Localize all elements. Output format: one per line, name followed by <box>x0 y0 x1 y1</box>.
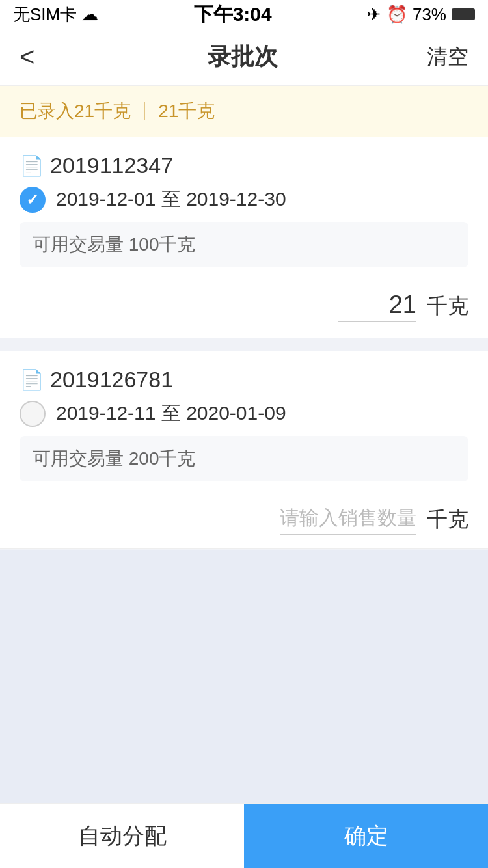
section-sep-1 <box>0 341 488 351</box>
batch-1-quantity-row: 21 千克 <box>0 280 488 335</box>
clear-button[interactable]: 清空 <box>427 43 468 72</box>
batch-2-unit: 千克 <box>427 506 468 534</box>
status-left: 无SIM卡 ☁ <box>13 3 98 26</box>
batch-2-header: 📄 2019126781 <box>20 367 468 392</box>
batch-2-date-row: 2019-12-11 至 2020-01-09 <box>20 400 468 427</box>
battery-icon <box>452 8 475 20</box>
batch-2-input-placeholder[interactable]: 请输入销售数量 <box>280 507 416 528</box>
battery-label: 73% <box>413 5 446 25</box>
auto-distribute-button[interactable]: 自动分配 <box>0 804 244 868</box>
batch-1-quantity-value[interactable]: 21 <box>389 291 416 318</box>
batch-1-availability: 可用交易量 100千克 <box>20 222 468 267</box>
page-title: 录批次 <box>208 41 278 73</box>
batch-item-2-inner: 📄 2019126781 2019-12-11 至 2020-01-09 可用交… <box>0 351 488 495</box>
gray-area <box>0 550 488 823</box>
status-bar: 无SIM卡 ☁ 下午3:04 ✈ ⏰ 73% <box>0 0 488 29</box>
alarm-icon: ⏰ <box>386 5 407 25</box>
no-sim-label: 无SIM卡 ☁ <box>13 3 98 26</box>
confirm-button[interactable]: 确定 <box>244 804 488 868</box>
summary-banner: 已录入21千克 21千克 <box>0 86 488 137</box>
separator-1 <box>20 338 468 338</box>
doc-icon-2: 📄 <box>20 368 44 391</box>
batch-2-id: 2019126781 <box>50 367 173 392</box>
batch-1-id: 2019112347 <box>50 153 173 178</box>
batch-item-1: 📄 2019112347 2019-12-01 至 2019-12-30 可用交… <box>0 137 488 338</box>
summary-value: 21千克 <box>158 99 215 124</box>
batch-1-unit: 千克 <box>427 292 468 321</box>
location-icon: ✈ <box>367 5 381 25</box>
status-right: ✈ ⏰ 73% <box>367 5 475 25</box>
batch-1-date-row: 2019-12-01 至 2019-12-30 <box>20 186 468 213</box>
summary-divider <box>144 102 145 120</box>
nav-bar: < 录批次 清空 <box>0 29 488 86</box>
batch-1-header: 📄 2019112347 <box>20 153 468 178</box>
batch-1-radio[interactable] <box>20 187 46 213</box>
batch-2-input-underline: 请输入销售数量 <box>280 505 416 535</box>
batch-item-2: 📄 2019126781 2019-12-11 至 2020-01-09 可用交… <box>0 351 488 549</box>
batch-2-radio[interactable] <box>20 401 46 427</box>
batch-2-input-row: 请输入销售数量 千克 <box>0 495 488 549</box>
batch-2-availability: 可用交易量 200千克 <box>20 436 468 481</box>
bottom-bar: 自动分配 确定 <box>0 803 488 868</box>
doc-icon-1: 📄 <box>20 154 44 177</box>
batch-1-quantity-underline: 21 <box>338 291 416 322</box>
batch-item-1-inner: 📄 2019112347 2019-12-01 至 2019-12-30 可用交… <box>0 137 488 280</box>
status-time: 下午3:04 <box>194 1 272 28</box>
back-button[interactable]: < <box>20 42 59 72</box>
batch-1-date: 2019-12-01 至 2019-12-30 <box>56 186 286 213</box>
batch-2-date: 2019-12-11 至 2020-01-09 <box>56 400 286 427</box>
summary-label: 已录入21千克 <box>20 99 131 124</box>
